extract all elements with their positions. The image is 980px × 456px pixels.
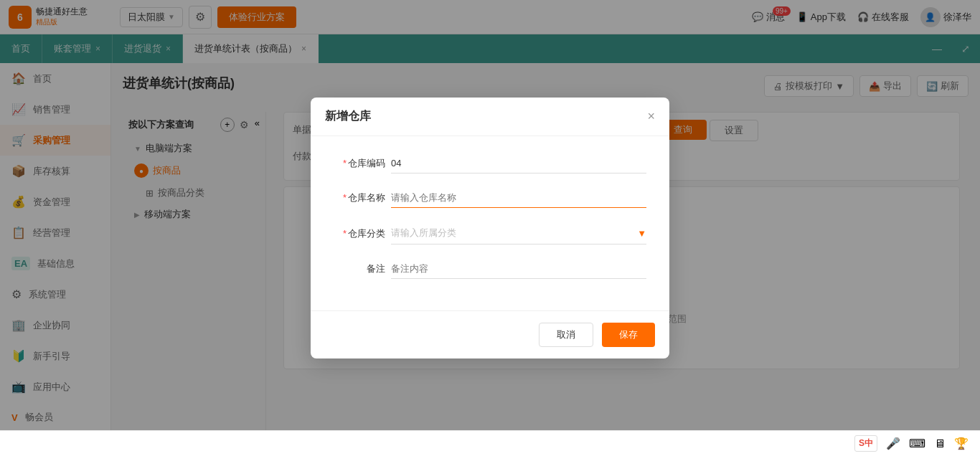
warehouse-name-input[interactable] [391,188,646,208]
dialog-footer: 取消 保存 [311,310,669,358]
warehouse-code-label: 仓库编码 [334,157,391,170]
dialog-close-button[interactable]: × [647,109,655,124]
warehouse-category-label: 仓库分类 [334,227,391,240]
warehouse-code-field: 仓库编码 [334,153,646,174]
dialog-overlay: 新增仓库 × 仓库编码 仓库名称 仓库分类 请输入所属分类 ▼ [0,0,980,456]
mic-icon[interactable]: 🎤 [886,437,900,450]
save-button[interactable]: 保存 [602,323,655,347]
cancel-button[interactable]: 取消 [539,323,593,347]
new-warehouse-dialog: 新增仓库 × 仓库编码 仓库名称 仓库分类 请输入所属分类 ▼ [311,98,669,358]
warehouse-name-field: 仓库名称 [334,188,646,208]
trophy-icon: 🏆 [954,437,969,450]
warehouse-category-arrow-icon: ▼ [637,228,646,239]
warehouse-category-placeholder: 请输入所属分类 [391,227,456,239]
dialog-title: 新增仓库 [325,109,371,124]
warehouse-remark-input[interactable] [391,259,646,279]
bottom-bar: S中 🎤 ⌨ 🖥 🏆 [0,430,980,456]
warehouse-category-field: 仓库分类 请输入所属分类 ▼ [334,222,646,244]
dialog-header: 新增仓库 × [311,98,669,136]
dialog-body: 仓库编码 仓库名称 仓库分类 请输入所属分类 ▼ 备注 [311,136,669,310]
warehouse-category-select[interactable]: 请输入所属分类 ▼ [391,222,646,244]
warehouse-remark-field: 备注 [334,259,646,279]
warehouse-code-input[interactable] [391,153,646,174]
monitor-icon[interactable]: 🖥 [934,437,946,450]
sougou-icon: S中 [854,435,877,452]
warehouse-remark-label: 备注 [334,262,391,275]
warehouse-name-label: 仓库名称 [334,191,391,204]
keyboard-icon[interactable]: ⌨ [909,437,925,450]
